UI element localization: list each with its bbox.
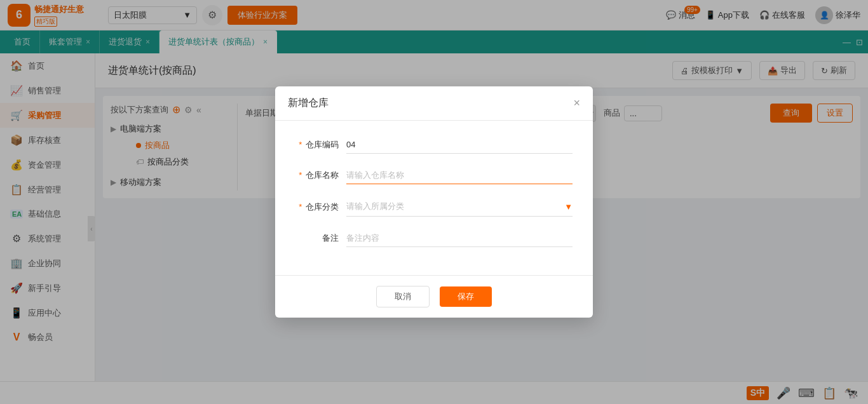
modal-header: 新增仓库 ×	[275, 86, 593, 121]
form-row-code: * 仓库编码	[295, 136, 573, 154]
form-row-name: * 仓库名称	[295, 166, 573, 184]
modal-close-button[interactable]: ×	[573, 97, 580, 110]
code-label: * 仓库编码	[295, 139, 346, 151]
category-chevron-icon: ▼	[564, 202, 573, 212]
modal-overlay: 新增仓库 × * 仓库编码 * 仓库名称	[0, 0, 868, 404]
remark-input[interactable]	[346, 229, 573, 247]
remark-label: 备注	[295, 232, 346, 244]
modal-body: * 仓库编码 * 仓库名称 * 仓库分类 请输入所属	[275, 121, 593, 275]
modal-title: 新增仓库	[288, 97, 329, 110]
category-label: * 仓库分类	[295, 201, 346, 213]
save-button[interactable]: 保存	[440, 286, 492, 307]
warehouse-name-input[interactable]	[346, 166, 573, 184]
form-row-remark: 备注	[295, 229, 573, 247]
modal-footer: 取消 保存	[275, 275, 593, 318]
name-label: * 仓库名称	[295, 170, 346, 181]
add-warehouse-modal: 新增仓库 × * 仓库编码 * 仓库名称	[275, 86, 593, 318]
category-select[interactable]: 请输入所属分类 ▼	[346, 197, 573, 217]
form-row-category: * 仓库分类 请输入所属分类 ▼	[295, 197, 573, 217]
warehouse-code-input[interactable]	[346, 136, 573, 154]
cancel-button[interactable]: 取消	[376, 286, 430, 307]
